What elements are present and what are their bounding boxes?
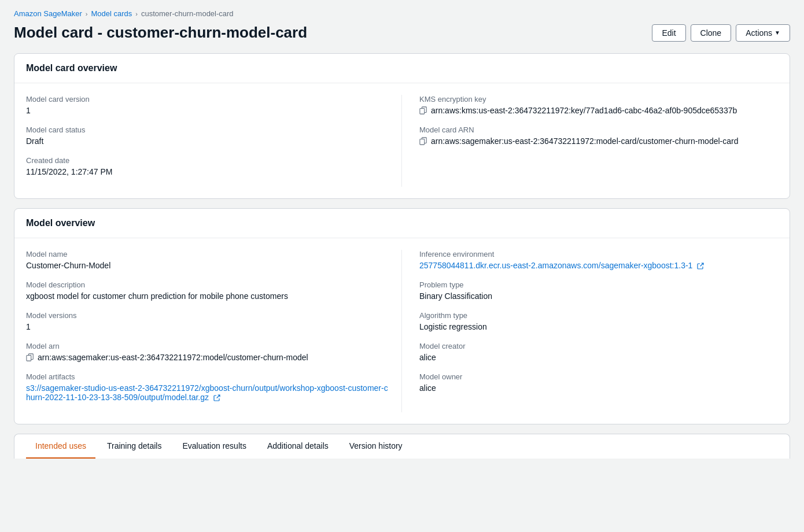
model-description-field: Model description xgboost model for cust… — [26, 280, 390, 301]
breadcrumb: Amazon SageMaker › Model cards › custome… — [14, 9, 790, 18]
model-artifacts-value: s3://sagemaker-studio-us-east-2-36473221… — [26, 383, 390, 402]
model-arn-label: Model arn — [26, 342, 390, 350]
breadcrumb-current: customer-churn-model-card — [141, 9, 234, 18]
tab-intended-uses[interactable]: Intended uses — [26, 434, 95, 459]
model-arn-field: Model arn arn:aws:sagemaker:us-east-2:36… — [26, 342, 390, 362]
model-overview-header: Model overview — [14, 209, 790, 238]
tab-evaluation-results[interactable]: Evaluation results — [173, 434, 256, 459]
model-card-overview-left: Model card version 1 Model card status D… — [26, 95, 402, 187]
card-arn-value: arn:aws:sagemaker:us-east-2:364732211972… — [419, 136, 778, 146]
actions-label: Actions — [746, 28, 772, 38]
model-overview-body: Model name Customer-Churn-Model Model de… — [14, 238, 790, 424]
model-versions-label: Model versions — [26, 311, 390, 320]
model-card-overview-body: Model card version 1 Model card status D… — [14, 83, 790, 198]
card-created-label: Created date — [26, 156, 390, 165]
breadcrumb-sagemaker[interactable]: Amazon SageMaker — [14, 9, 82, 18]
header-actions: Edit Clone Actions ▼ — [652, 24, 790, 42]
card-arn-field: Model card ARN arn:aws:sagemaker:us-east… — [419, 125, 778, 146]
model-arn-text: arn:aws:sagemaker:us-east-2:364732211972… — [38, 353, 308, 362]
model-overview-grid: Model name Customer-Churn-Model Model de… — [26, 250, 778, 412]
model-overview-section: Model overview Model name Customer-Churn… — [14, 208, 790, 424]
problem-type-value: Binary Classification — [419, 291, 778, 301]
copy-model-arn-icon[interactable] — [26, 353, 34, 361]
clone-button[interactable]: Clone — [691, 24, 732, 42]
edit-button[interactable]: Edit — [652, 24, 685, 42]
svg-rect-5 — [27, 356, 31, 361]
tabs-bar: Intended uses Training details Evaluatio… — [14, 434, 790, 459]
model-description-value: xgboost model for customer churn predict… — [26, 291, 390, 301]
chevron-down-icon: ▼ — [775, 29, 780, 36]
model-creator-field: Model creator alice — [419, 342, 778, 362]
page-header: Model card - customer-churn-model-card E… — [14, 24, 790, 42]
breadcrumb-sep-1: › — [86, 10, 88, 17]
model-owner-field: Model owner alice — [419, 372, 778, 393]
model-overview-left: Model name Customer-Churn-Model Model de… — [26, 250, 402, 412]
kms-key-field: KMS encryption key arn:aws:kms:us-east-2… — [419, 95, 778, 115]
tab-version-history[interactable]: Version history — [340, 434, 412, 459]
model-artifacts-link[interactable]: s3://sagemaker-studio-us-east-2-36473221… — [26, 383, 388, 402]
algorithm-type-label: Algorithm type — [419, 311, 778, 320]
model-versions-field: Model versions 1 — [26, 311, 390, 331]
model-name-label: Model name — [26, 250, 390, 258]
card-status-field: Model card status Draft — [26, 125, 390, 146]
model-overview-right: Inference environment 257758044811.dkr.e… — [402, 250, 778, 412]
card-status-label: Model card status — [26, 125, 390, 134]
copy-arn-icon[interactable] — [419, 137, 427, 145]
page-title: Model card - customer-churn-model-card — [14, 24, 307, 42]
algorithm-type-field: Algorithm type Logistic regression — [419, 311, 778, 331]
model-versions-value: 1 — [26, 322, 390, 331]
external-link-icon — [213, 394, 220, 401]
kms-key-arn: arn:aws:kms:us-east-2:364732211972:key/7… — [431, 106, 737, 115]
model-overview-title: Model overview — [26, 218, 778, 228]
model-arn-value: arn:aws:sagemaker:us-east-2:364732211972… — [26, 353, 390, 362]
model-card-overview-section: Model card overview Model card version 1… — [14, 53, 790, 199]
card-version-field: Model card version 1 — [26, 95, 390, 115]
breadcrumb-model-cards[interactable]: Model cards — [91, 9, 132, 18]
inference-env-label: Inference environment — [419, 250, 778, 258]
kms-key-label: KMS encryption key — [419, 95, 778, 104]
copy-icon[interactable] — [419, 106, 427, 114]
model-owner-value: alice — [419, 383, 778, 393]
actions-button[interactable]: Actions ▼ — [736, 24, 790, 42]
model-owner-label: Model owner — [419, 372, 778, 381]
tab-additional-details[interactable]: Additional details — [258, 434, 338, 459]
model-name-value: Customer-Churn-Model — [26, 261, 390, 270]
model-card-overview-title: Model card overview — [26, 63, 778, 73]
svg-rect-3 — [420, 139, 425, 145]
inference-external-link-icon — [697, 263, 704, 269]
inference-env-link[interactable]: 257758044811.dkr.ecr.us-east-2.amazonaws… — [419, 261, 692, 270]
tab-training-details[interactable]: Training details — [98, 434, 171, 459]
model-creator-label: Model creator — [419, 342, 778, 350]
card-version-label: Model card version — [26, 95, 390, 104]
model-description-label: Model description — [26, 280, 390, 289]
problem-type-field: Problem type Binary Classification — [419, 280, 778, 301]
card-version-value: 1 — [26, 106, 390, 115]
card-arn-text: arn:aws:sagemaker:us-east-2:364732211972… — [431, 136, 739, 146]
model-creator-value: alice — [419, 353, 778, 362]
breadcrumb-sep-2: › — [135, 10, 138, 17]
problem-type-label: Problem type — [419, 280, 778, 289]
kms-key-value: arn:aws:kms:us-east-2:364732211972:key/7… — [419, 106, 778, 115]
card-arn-label: Model card ARN — [419, 125, 778, 134]
inference-env-value: 257758044811.dkr.ecr.us-east-2.amazonaws… — [419, 261, 778, 270]
svg-rect-1 — [420, 109, 425, 114]
model-artifacts-field: Model artifacts s3://sagemaker-studio-us… — [26, 372, 390, 402]
algorithm-type-value: Logistic regression — [419, 322, 778, 331]
model-card-overview-right: KMS encryption key arn:aws:kms:us-east-2… — [402, 95, 778, 187]
model-name-field: Model name Customer-Churn-Model — [26, 250, 390, 270]
card-created-field: Created date 11/15/2022, 1:27:47 PM — [26, 156, 390, 176]
card-status-value: Draft — [26, 136, 390, 146]
model-card-overview-grid: Model card version 1 Model card status D… — [26, 95, 778, 187]
model-card-overview-header: Model card overview — [14, 54, 790, 83]
inference-env-field: Inference environment 257758044811.dkr.e… — [419, 250, 778, 270]
model-artifacts-label: Model artifacts — [26, 372, 390, 381]
card-created-value: 11/15/2022, 1:27:47 PM — [26, 167, 390, 176]
